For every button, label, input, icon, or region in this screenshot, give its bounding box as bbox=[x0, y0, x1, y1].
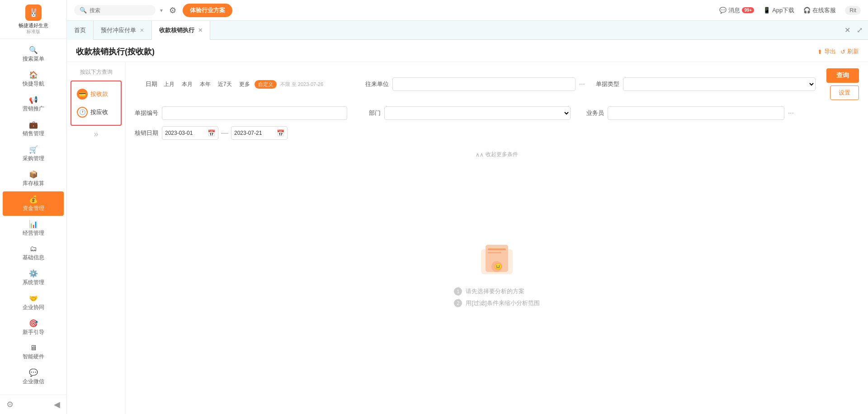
page-header-actions: ⬆ 导出 ↺ 刷新 bbox=[817, 48, 859, 56]
filter-row-1: 日期 上月 本月 本年 近7天 更多 自定义 不限 至 2023-07-26 往… bbox=[135, 68, 859, 100]
sidebar-item-purchase[interactable]: 🛒 采购管理 bbox=[3, 142, 64, 166]
sidebar-item-hardware[interactable]: 🖥 智能硬件 bbox=[3, 340, 64, 364]
filter-settings-button[interactable]: 设置 bbox=[830, 86, 859, 100]
sidebar-item-finance[interactable]: 💰 资金管理 bbox=[3, 191, 64, 216]
filter-sidebar-title: 按以下方查询 bbox=[71, 68, 122, 76]
counterparty-more-icon[interactable]: ··· bbox=[579, 80, 585, 88]
query-button[interactable]: 查询 bbox=[826, 68, 859, 83]
salesperson-field: 业务员 ··· bbox=[581, 106, 794, 120]
topbar-right: 💬 消息 99+ 📱 App下载 🎧 在线客服 Rit bbox=[719, 6, 861, 15]
date-opt-this-month[interactable]: 本月 bbox=[179, 80, 195, 89]
solution-button[interactable]: 体验行业方案 bbox=[183, 4, 232, 17]
voucher-no-field: 单据编号 bbox=[135, 106, 347, 120]
sidebar-footer: ⚙ ◀ bbox=[0, 395, 66, 414]
salesperson-label: 业务员 bbox=[581, 109, 604, 117]
salesperson-more-icon[interactable]: ··· bbox=[788, 109, 794, 117]
sidebar-item-enterprise[interactable]: 🤝 企业协同 bbox=[3, 290, 64, 315]
filter-option-by-receivable[interactable]: 🕐 按应收 bbox=[74, 103, 118, 121]
filter-sidebar: 按以下方查询 💳 按收款 🕐 按应收 » bbox=[67, 62, 126, 414]
purchase-icon: 🛒 bbox=[29, 145, 38, 154]
voucher-no-input[interactable] bbox=[162, 106, 347, 120]
tabbar-actions: ✕ ⤢ bbox=[843, 25, 868, 35]
sidebar-item-operation[interactable]: 📊 经营管理 bbox=[3, 216, 64, 241]
sidebar-item-guide[interactable]: 🎯 新手引导 bbox=[3, 315, 64, 340]
date-opt-last-month[interactable]: 上月 bbox=[161, 80, 177, 89]
marketing-icon: 📢 bbox=[29, 95, 38, 104]
topbar-search-area[interactable]: 🔍 bbox=[74, 5, 156, 15]
logo-icon: 🐰 bbox=[25, 5, 42, 21]
export-icon: ⬆ bbox=[817, 48, 822, 55]
logo-badge: 标准版 bbox=[27, 29, 40, 35]
date-options: 上月 本月 本年 近7天 更多 自定义 bbox=[161, 80, 277, 89]
voucher-no-label: 单据编号 bbox=[135, 109, 158, 117]
page-title: 收款核销执行(按收款) bbox=[76, 46, 155, 57]
filter-area: 按以下方查询 💳 按收款 🕐 按应收 » bbox=[67, 62, 868, 414]
service-icon: 🎧 bbox=[803, 7, 811, 14]
home-icon: 🏠 bbox=[29, 71, 38, 79]
basic-icon: 🗂 bbox=[30, 245, 37, 253]
search-icon: 🔍 bbox=[29, 46, 38, 54]
svg-rect-3 bbox=[488, 252, 501, 253]
voucher-type-select[interactable] bbox=[623, 77, 816, 91]
online-service-button[interactable]: 🎧 在线客服 bbox=[803, 6, 836, 14]
topbar-dropdown-arrow[interactable]: ▾ bbox=[160, 7, 163, 14]
sidebar-item-search[interactable]: 🔍 搜索菜单 bbox=[3, 42, 64, 67]
close-all-tabs-icon[interactable]: ✕ bbox=[843, 25, 852, 35]
date-opt-7days[interactable]: 近7天 bbox=[215, 80, 235, 89]
voucher-type-field: 单据类型 bbox=[596, 77, 816, 91]
tabbar: 首页 预付冲应付单 ✕ 收款核销执行 ✕ ✕ ⤢ bbox=[67, 21, 868, 40]
sidebar-item-basic[interactable]: 🗂 基础信息 bbox=[3, 241, 64, 265]
writeoff-end-input[interactable] bbox=[234, 130, 275, 136]
tab-prepay[interactable]: 预付冲应付单 ✕ bbox=[94, 21, 152, 40]
writeoff-date-dash: — bbox=[221, 129, 228, 137]
system-icon: ⚙️ bbox=[29, 269, 38, 278]
writeoff-start-wrap: 📅 bbox=[162, 126, 218, 140]
sidebar-item-system[interactable]: ⚙️ 系统管理 bbox=[3, 266, 64, 290]
topbar-gear-icon[interactable]: ⚙ bbox=[169, 5, 176, 15]
date-opt-custom[interactable]: 自定义 bbox=[255, 80, 277, 89]
content-area: 收款核销执行(按收款) ⬆ 导出 ↺ 刷新 按以下方查询 💳 bbox=[67, 40, 868, 414]
counterparty-field: 往来单位 ··· bbox=[365, 77, 585, 91]
export-button[interactable]: ⬆ 导出 bbox=[817, 48, 836, 56]
operation-icon: 📊 bbox=[29, 220, 38, 228]
by-receipt-icon: 💳 bbox=[77, 89, 88, 100]
counterparty-input[interactable] bbox=[392, 77, 576, 91]
salesperson-input[interactable] bbox=[608, 106, 784, 120]
collapse-icon: ∧∧ bbox=[476, 152, 484, 158]
writeoff-date-field: 核销日期 📅 — 📅 bbox=[135, 126, 859, 140]
voucher-type-label: 单据类型 bbox=[596, 80, 619, 88]
user-avatar[interactable]: Rit bbox=[845, 6, 861, 15]
collapse-sidebar-icon[interactable]: ◀ bbox=[54, 400, 60, 409]
writeoff-start-input[interactable] bbox=[165, 130, 206, 136]
sidebar-item-sales[interactable]: 💼 销售管理 bbox=[3, 117, 64, 141]
filter-option-by-receipt[interactable]: 💳 按收款 bbox=[74, 85, 118, 103]
tab-home[interactable]: 首页 bbox=[67, 21, 94, 40]
writeoff-end-calendar-icon[interactable]: 📅 bbox=[277, 129, 284, 137]
empty-state: 😐 1 请先选择要分析的方案 2 用[过滤]条件来缩小分析范围 bbox=[135, 160, 859, 414]
sidebar-item-marketing[interactable]: 📢 营销推广 bbox=[3, 92, 64, 116]
collapse-more-button[interactable]: ∧∧ 收起更多条件 bbox=[468, 149, 525, 160]
date-opt-this-year[interactable]: 本年 bbox=[197, 80, 213, 89]
message-icon: 💬 bbox=[719, 7, 726, 14]
sidebar-item-inventory[interactable]: 📦 库存核算 bbox=[3, 167, 64, 191]
sidebar-item-member[interactable]: V 畅会员 bbox=[3, 390, 64, 395]
refresh-button[interactable]: ↺ 刷新 bbox=[840, 48, 859, 56]
filter-sidebar-collapse[interactable]: » bbox=[71, 129, 122, 139]
date-opt-more[interactable]: 更多 bbox=[236, 80, 253, 89]
main-area: 🔍 ▾ ⚙ 体验行业方案 💬 消息 99+ 📱 App下载 🎧 在线客服 Rit bbox=[67, 0, 868, 414]
page-header: 收款核销执行(按收款) ⬆ 导出 ↺ 刷新 bbox=[67, 40, 868, 62]
tab-writeoff[interactable]: 收款核销执行 ✕ bbox=[152, 21, 210, 40]
tab-writeoff-close[interactable]: ✕ bbox=[198, 27, 203, 33]
writeoff-start-calendar-icon[interactable]: 📅 bbox=[208, 129, 215, 137]
sidebar-item-quick-nav[interactable]: 🏠 快捷导航 bbox=[3, 67, 64, 91]
expand-tab-icon[interactable]: ⤢ bbox=[855, 25, 864, 35]
department-select[interactable] bbox=[384, 106, 571, 120]
tab-prepay-close[interactable]: ✕ bbox=[140, 27, 144, 33]
app-download-button[interactable]: 📱 App下载 bbox=[763, 6, 794, 14]
message-button[interactable]: 💬 消息 99+ bbox=[719, 6, 754, 14]
sidebar-item-wechat[interactable]: 💬 企业微信 bbox=[3, 365, 64, 389]
guide-icon: 🎯 bbox=[29, 319, 38, 328]
svg-rect-2 bbox=[488, 248, 506, 250]
settings-footer-icon[interactable]: ⚙ bbox=[6, 400, 14, 409]
topbar-search-input[interactable] bbox=[90, 7, 150, 14]
